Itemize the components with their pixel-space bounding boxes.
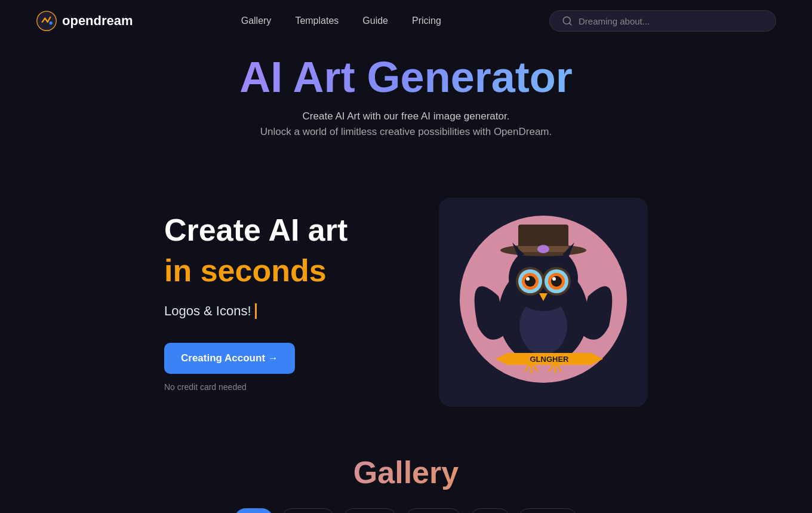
svg-point-15 <box>525 276 536 287</box>
search-bar <box>549 10 776 32</box>
left-panel: Create AI art in seconds Logos & Icons! … <box>164 213 391 392</box>
owl-illustration: GLNGHER <box>448 207 639 398</box>
logo-link[interactable]: opendream <box>36 10 133 32</box>
filter-anime[interactable]: Anime <box>342 508 398 513</box>
feature-text: Logos & Icons! <box>164 303 391 319</box>
filter-building[interactable]: building <box>518 508 579 513</box>
nav-pricing[interactable]: Pricing <box>412 16 441 26</box>
svg-line-3 <box>569 23 571 24</box>
gallery-title: Gallery <box>36 454 776 490</box>
nav-templates[interactable]: Templates <box>295 16 339 26</box>
search-icon <box>562 16 573 26</box>
cta-button[interactable]: Creating Account → <box>164 343 295 374</box>
svg-text:GLNGHER: GLNGHER <box>530 355 570 364</box>
hero-sub2: Unlock a world of limitless creative pos… <box>36 126 776 138</box>
svg-point-1 <box>50 21 53 24</box>
cursor-blink <box>255 303 257 319</box>
logo-icon <box>36 10 57 32</box>
logo-text: opendream <box>62 13 133 29</box>
search-input[interactable] <box>579 16 764 26</box>
svg-point-11 <box>537 245 549 253</box>
hero-section: AI Art Generator Create AI Art with our … <box>0 42 812 198</box>
nav-guide[interactable]: Guide <box>362 16 388 26</box>
create-title-line1: Create AI art <box>164 213 391 248</box>
nav-gallery[interactable]: Gallery <box>241 16 272 26</box>
svg-point-16 <box>526 277 530 281</box>
svg-point-21 <box>552 277 556 281</box>
main-content: Create AI art in seconds Logos & Icons! … <box>0 198 812 443</box>
filter-logos[interactable]: Logos <box>281 508 335 513</box>
hero-subtitle: Create AI Art with our free AI image gen… <box>36 110 776 122</box>
nav-links: Gallery Templates Guide Pricing <box>241 16 441 26</box>
filter-all[interactable]: All <box>234 508 274 513</box>
svg-point-20 <box>551 276 562 287</box>
gallery-section: Gallery All Logos Anime Animal 3D buildi… <box>0 443 812 513</box>
no-credit-text: No credit card needed <box>164 382 391 392</box>
filter-animal[interactable]: Animal <box>405 508 462 513</box>
create-title-line2: in seconds <box>164 253 391 289</box>
hero-title: AI Art Generator <box>36 54 776 101</box>
hero-image: GLNGHER <box>439 198 648 407</box>
navbar: opendream Gallery Templates Guide Pricin… <box>0 0 812 42</box>
gallery-filters: All Logos Anime Animal 3D building <box>36 508 776 513</box>
filter-3d[interactable]: 3D <box>469 508 510 513</box>
